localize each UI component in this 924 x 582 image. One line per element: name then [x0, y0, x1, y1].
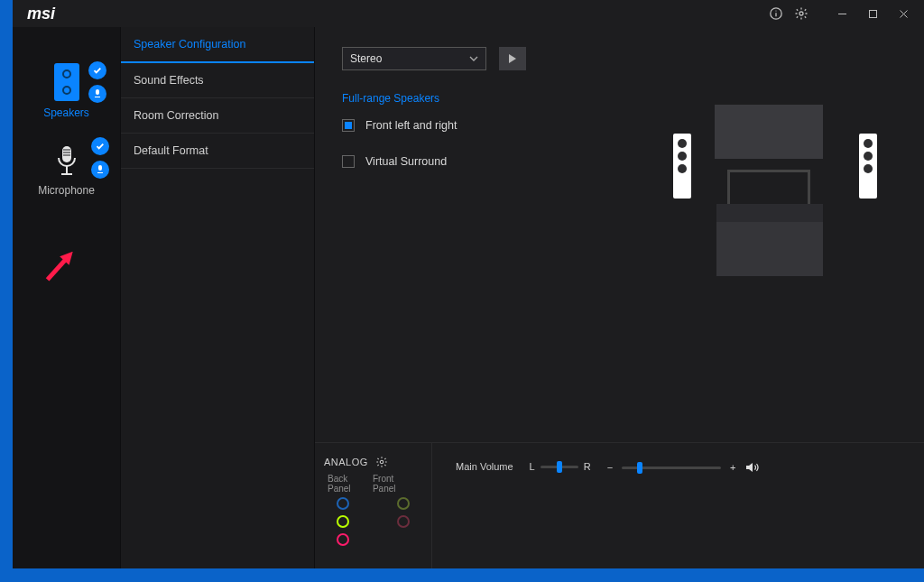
cabinet-front-icon	[716, 204, 823, 276]
maximize-button[interactable]	[857, 1, 888, 26]
balance-right-label: R	[584, 461, 591, 472]
microphone-icon	[55, 144, 79, 179]
speaker-config-select[interactable]: Stereo	[342, 47, 486, 70]
svg-rect-4	[869, 10, 876, 17]
svg-point-15	[380, 460, 383, 464]
balance-slider[interactable]	[541, 466, 578, 468]
device-speakers[interactable]: Speakers	[13, 54, 120, 135]
analog-settings-icon[interactable]	[375, 456, 388, 468]
bottom-panel: ANALOG Back Panel Front Panel	[315, 442, 924, 568]
svg-rect-5	[96, 89, 99, 95]
close-button[interactable]	[888, 1, 919, 26]
play-icon	[508, 53, 517, 64]
minimize-button[interactable]	[827, 1, 857, 26]
virtual-surround-checkbox[interactable]	[342, 155, 355, 168]
svg-rect-6	[95, 97, 100, 97]
svg-point-2	[775, 10, 776, 11]
info-icon[interactable]	[763, 1, 789, 26]
app-window: msi	[13, 0, 924, 568]
chevron-down-icon	[469, 56, 478, 61]
nav-room-correction[interactable]: Room Correction	[121, 98, 314, 134]
cabinet-back-icon	[727, 170, 810, 206]
test-play-button[interactable]	[499, 47, 526, 70]
volume-control: − +	[607, 461, 760, 474]
jack-back-2[interactable]	[337, 515, 349, 528]
check-badge-icon	[88, 61, 106, 79]
volume-pane: Main Volume L R − +	[432, 443, 924, 568]
room-visualization	[662, 108, 888, 334]
msi-logo: msi	[27, 5, 79, 23]
speaker-volume-icon[interactable]	[745, 461, 760, 474]
svg-rect-9	[61, 173, 72, 175]
titlebar: msi	[13, 0, 924, 27]
balance-thumb[interactable]	[557, 461, 562, 473]
annotation-arrow-icon	[41, 246, 79, 287]
device-sidebar: Speakers Microphone	[13, 27, 121, 568]
jack-back-3[interactable]	[337, 533, 349, 546]
select-value: Stereo	[350, 52, 382, 65]
balance-left-label: L	[530, 461, 535, 472]
tv-icon	[715, 105, 823, 159]
jack-front-2[interactable]	[397, 515, 410, 528]
section-title: Full-range Speakers	[342, 92, 897, 105]
settings-icon[interactable]	[789, 1, 814, 26]
device-label: Speakers	[43, 106, 89, 119]
device-badge-icon	[88, 85, 106, 103]
device-microphone[interactable]: Microphone	[13, 135, 120, 213]
svg-rect-13	[98, 165, 102, 171]
balance-control: L R	[530, 461, 591, 472]
left-speaker-icon[interactable]	[673, 134, 691, 199]
volume-minus-button[interactable]: −	[607, 462, 613, 473]
main-volume-label: Main Volume	[456, 461, 513, 472]
jack-grid	[324, 497, 422, 546]
nav-speaker-configuration[interactable]: Speaker Configuration	[121, 27, 314, 63]
speakers-icon	[54, 63, 79, 101]
content-pane: Stereo Full-range Speakers Front left an…	[315, 27, 924, 568]
nav-sound-effects[interactable]: Sound Effects	[121, 63, 314, 98]
analog-panel: ANALOG Back Panel Front Panel	[315, 443, 432, 568]
device-label: Microphone	[38, 184, 95, 197]
front-panel-label: Front Panel	[373, 474, 419, 494]
check-badge-icon	[91, 137, 109, 155]
svg-point-3	[799, 12, 803, 15]
jack-front-1[interactable]	[397, 497, 410, 510]
volume-thumb[interactable]	[637, 462, 642, 474]
settings-nav: Speaker Configuration Sound Effects Room…	[121, 27, 315, 568]
svg-rect-8	[66, 166, 68, 173]
back-panel-label: Back Panel	[328, 474, 373, 494]
analog-title: ANALOG	[324, 457, 368, 467]
volume-plus-button[interactable]: +	[730, 462, 735, 473]
right-speaker-icon[interactable]	[859, 134, 877, 199]
checkbox-label: Front left and right	[365, 119, 457, 132]
volume-slider[interactable]	[622, 467, 721, 469]
nav-default-format[interactable]: Default Format	[121, 134, 314, 169]
svg-rect-14	[97, 172, 103, 173]
svg-rect-7	[62, 146, 71, 162]
device-badge-icon	[91, 161, 109, 179]
checkbox-label: Virtual Surround	[365, 155, 447, 168]
front-lr-checkbox[interactable]	[342, 119, 355, 132]
jack-back-1[interactable]	[337, 497, 349, 510]
svg-text:msi: msi	[27, 5, 56, 23]
